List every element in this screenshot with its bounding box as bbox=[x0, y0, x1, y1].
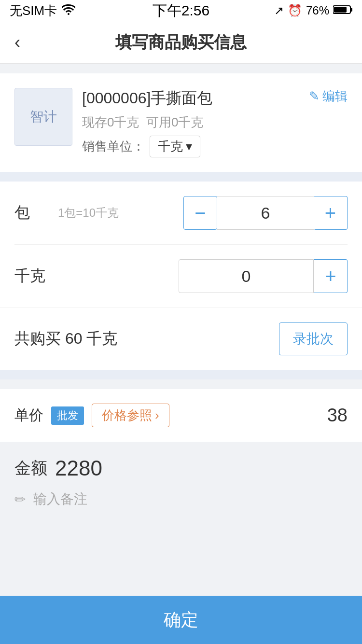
wifi-icon bbox=[62, 3, 75, 18]
summary-section: 共购买 60 千克 录批次 bbox=[0, 308, 362, 370]
note-row[interactable]: ✏ 输入备注 bbox=[14, 490, 348, 508]
unit-value: 千克 bbox=[158, 138, 183, 155]
edit-label: 编辑 bbox=[322, 88, 348, 105]
unit-dropdown[interactable]: 千克 ▾ bbox=[150, 136, 200, 157]
price-label: 单价 bbox=[14, 406, 43, 425]
amount-label: 金额 bbox=[14, 457, 47, 479]
alarm-icon: ⏰ bbox=[288, 4, 302, 17]
status-left: 无SIM卡 bbox=[10, 2, 75, 19]
note-placeholder: 输入备注 bbox=[33, 490, 87, 508]
battery-icon bbox=[333, 4, 352, 17]
bag-label: 包 bbox=[14, 202, 53, 224]
price-ref-button[interactable]: 价格参照 › bbox=[92, 404, 169, 427]
bag-quantity-input[interactable] bbox=[217, 196, 314, 230]
pencil-icon: ✏ bbox=[14, 491, 26, 507]
page-title: 填写商品购买信息 bbox=[115, 31, 247, 54]
bag-input-row: 包 1包=10千克 − + bbox=[14, 182, 348, 245]
bag-controls: − + bbox=[183, 196, 348, 230]
product-logo: 智计 bbox=[30, 108, 57, 126]
edit-button[interactable]: ✎ 编辑 bbox=[309, 88, 348, 105]
status-right: ↗ ⏰ 76% bbox=[274, 4, 352, 17]
kg-controls: + bbox=[179, 259, 348, 293]
price-value: 38 bbox=[327, 405, 348, 426]
price-section: 单价 批发 价格参照 › 38 bbox=[0, 389, 362, 442]
product-thumbnail: 智计 bbox=[14, 88, 72, 146]
unit-label: 销售单位： bbox=[82, 138, 145, 155]
product-card: 智计 [0000006]手撕面包 现存0千克 可用0千克 销售单位： 千克 ▾ … bbox=[0, 73, 362, 172]
status-time: 下午2:56 bbox=[153, 1, 209, 21]
kg-label: 千克 bbox=[14, 266, 53, 287]
confirm-button[interactable]: 确定 bbox=[0, 596, 362, 644]
bag-plus-button[interactable]: + bbox=[314, 196, 348, 230]
price-ref-arrow: › bbox=[155, 408, 159, 423]
amount-value: 2280 bbox=[55, 456, 102, 480]
dropdown-arrow: ▾ bbox=[186, 139, 192, 154]
bag-sublabel: 1包=10千克 bbox=[58, 205, 119, 221]
amount-row: 金额 2280 bbox=[14, 456, 348, 480]
product-name: [0000006]手撕面包 bbox=[82, 88, 348, 109]
record-batch-button[interactable]: 录批次 bbox=[279, 322, 348, 355]
divider-2 bbox=[0, 370, 362, 379]
product-info: [0000006]手撕面包 现存0千克 可用0千克 销售单位： 千克 ▾ bbox=[82, 88, 348, 157]
bag-minus-button[interactable]: − bbox=[183, 196, 217, 230]
kg-plus-button[interactable]: + bbox=[314, 259, 348, 293]
price-type-tag: 批发 bbox=[51, 406, 84, 425]
product-unit-row: 销售单位： 千克 ▾ bbox=[82, 136, 348, 157]
divider-1 bbox=[0, 172, 362, 182]
price-ref-label: 价格参照 bbox=[102, 407, 152, 424]
input-section: 包 1包=10千克 − + 千克 + bbox=[0, 182, 362, 308]
nav-bar: ‹ 填写商品购买信息 bbox=[0, 21, 362, 64]
kg-quantity-input[interactable] bbox=[179, 259, 314, 293]
location-icon: ↗ bbox=[274, 4, 284, 17]
kg-input-row: 千克 + bbox=[14, 245, 348, 308]
amount-section: 金额 2280 ✏ 输入备注 bbox=[0, 442, 362, 523]
battery-label: 76% bbox=[306, 4, 329, 17]
back-button[interactable]: ‹ bbox=[14, 32, 20, 53]
carrier-label: 无SIM卡 bbox=[10, 2, 57, 19]
product-stock: 现存0千克 可用0千克 bbox=[82, 114, 348, 131]
edit-icon: ✎ bbox=[309, 89, 320, 104]
svg-rect-1 bbox=[350, 8, 352, 12]
summary-text: 共购买 60 千克 bbox=[14, 328, 117, 350]
status-bar: 无SIM卡 下午2:56 ↗ ⏰ 76% bbox=[0, 0, 362, 21]
svg-rect-2 bbox=[334, 7, 347, 13]
confirm-label: 确定 bbox=[164, 608, 198, 632]
